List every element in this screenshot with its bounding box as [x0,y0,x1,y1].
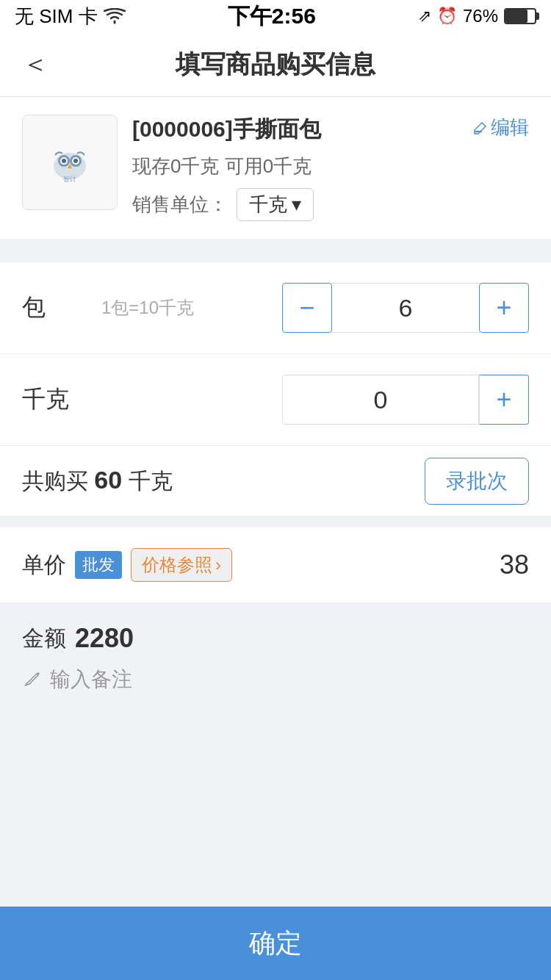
kg-qty-control: + [282,375,529,425]
price-ref-button[interactable]: 价格参照 › [131,548,232,582]
note-row[interactable]: 输入备注 [22,666,529,693]
svg-point-6 [73,159,78,163]
price-label: 单价 [22,550,66,580]
confirm-button[interactable]: 确定 [0,907,551,980]
section-divider-2 [0,516,551,527]
kg-row: 千克 + [0,354,551,445]
kg-increment-button[interactable]: + [479,375,529,425]
product-title-row: [0000006]手撕面包 编辑 [132,115,529,145]
product-name: [0000006]手撕面包 [132,115,321,145]
product-image: 智计 [22,115,118,210]
product-thumbnail: 智计 [40,140,99,184]
price-value: 38 [500,550,529,580]
edit-icon [473,120,488,135]
unit-label: 销售单位： [132,192,228,217]
price-section: 单价 批发 价格参照 › 38 [0,527,551,602]
status-right: ⇗ ⏰ 76% [418,6,536,26]
battery-icon [504,8,536,24]
total-section: 共购买 60 千克 录批次 [0,445,551,516]
product-stock: 现存0千克 可用0千克 [132,154,529,179]
price-tag: 批发 [75,551,122,579]
unit-select[interactable]: 千克 ▾ [237,188,314,221]
product-section: 智计 [0000006]手撕面包 编辑 现存0千克 可用0千克 销售单位： 千克… [0,97,551,239]
total-text: 共购买 60 千克 [22,466,173,497]
wifi-icon [104,8,126,24]
status-bar: 无 SIM 卡 下午2:56 ⇗ ⏰ 76% [0,0,551,32]
location-icon: ⇗ [418,7,431,26]
bao-row: 包 1包=10千克 − + [0,262,551,354]
kg-label: 千克 [22,383,96,416]
bao-label: 包 [22,292,96,324]
bao-decrement-button[interactable]: − [282,283,332,333]
note-placeholder[interactable]: 输入备注 [50,666,132,693]
pencil-icon [22,669,43,690]
amount-label: 金额 [22,624,66,654]
bao-input-section: 包 1包=10千克 − + 千克 + 共购买 60 千克 录批次 [0,262,551,516]
bao-hint: 1包=10千克 [101,296,282,320]
amount-row: 金额 2280 [22,623,529,654]
kg-qty-input[interactable] [282,375,479,425]
alarm-icon: ⏰ [437,7,457,26]
bao-qty-input[interactable] [332,283,479,333]
bao-qty-control: − + [282,283,529,333]
batch-button[interactable]: 录批次 [425,458,529,505]
section-divider-1 [0,251,551,262]
svg-point-5 [62,159,66,163]
unit-row: 销售单位： 千克 ▾ [132,188,529,221]
price-left: 单价 批发 价格参照 › [22,548,232,582]
amount-value: 2280 [75,623,134,654]
page-header: ＜ 填写商品购买信息 [0,32,551,97]
carrier-label: 无 SIM 卡 [15,4,98,29]
page-title: 填写商品购买信息 [176,48,375,82]
status-left: 无 SIM 卡 [15,4,126,29]
time-label: 下午2:56 [228,1,316,32]
bao-increment-button[interactable]: + [479,283,529,333]
product-info: [0000006]手撕面包 编辑 现存0千克 可用0千克 销售单位： 千克 ▾ [132,115,529,221]
battery-percent: 76% [463,6,498,26]
amount-section: 金额 2280 输入备注 [0,602,551,708]
back-button[interactable]: ＜ [15,39,56,90]
edit-button[interactable]: 编辑 [473,115,529,140]
svg-text:智计: 智计 [63,176,76,183]
